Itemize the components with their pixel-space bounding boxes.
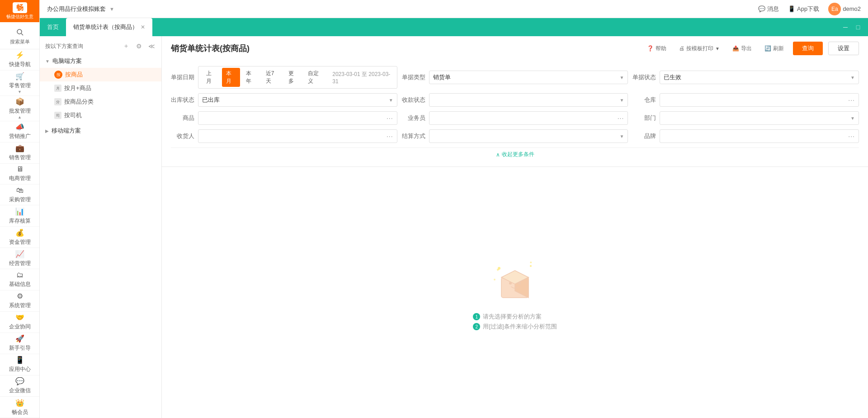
sidebar-item-inventory[interactable]: 📊 库存核算	[0, 205, 39, 227]
search-menu-label: 搜索菜单	[10, 38, 30, 45]
sidebar-item-base[interactable]: 🗂 基础信息	[0, 269, 39, 290]
out-status-control[interactable]: 已出库 ▼	[198, 93, 397, 107]
sidebar-item-quick-nav[interactable]: ⚡ 快捷导航	[0, 49, 39, 71]
doc-type-control[interactable]: 销货单 ▼	[429, 71, 628, 84]
settings-scheme-button[interactable]: ⚙	[134, 42, 143, 51]
help-button[interactable]: ❓ 帮助	[643, 43, 670, 54]
quick-nav-label: 快捷导航	[9, 61, 31, 68]
tab-close-button[interactable]: ✕	[141, 24, 145, 30]
sidebar-item-marketing[interactable]: 📣 营销推广	[0, 121, 39, 142]
sidebar-search-section: 搜索菜单	[0, 22, 39, 49]
sidebar-item-finance[interactable]: 💰 资金管理	[0, 227, 39, 248]
marketing-label: 营销推广	[9, 133, 31, 140]
message-icon: 💬	[758, 5, 765, 12]
goods-control[interactable]: ···	[198, 111, 397, 125]
search-menu-button[interactable]	[10, 26, 30, 38]
tree-item-by-month-goods[interactable]: 月 按月+商品	[40, 81, 161, 95]
filter-row-3: 商品 ··· 业务员 ··· 部门	[171, 111, 859, 125]
settings-button[interactable]: 设置	[828, 42, 859, 55]
receipt-status-control[interactable]: ▼	[429, 93, 628, 107]
date-range: 2023-03-01 至 2023-03-31	[332, 71, 393, 85]
svg-point-8	[530, 265, 532, 267]
tab-bar: 首页 销货单统计表（按商品） ✕ ─ □	[40, 18, 868, 36]
tab-sales-stats[interactable]: 销货单统计表（按商品） ✕	[66, 18, 152, 36]
date-tab-last-month[interactable]: 上月	[202, 68, 220, 87]
header-left: 办公用品行业模拟账套 ▼	[47, 5, 114, 13]
collapse-button[interactable]: ∧ 收起更多条件	[171, 147, 859, 161]
download-icon: 📱	[788, 5, 795, 12]
add-scheme-button[interactable]: ＋	[122, 42, 131, 51]
tree-group-mobile-arrow: ▶	[45, 128, 49, 133]
by-driver-label: 按司机	[64, 111, 82, 119]
tree-item-by-category[interactable]: 分 按商品分类	[40, 95, 161, 109]
wholesale-icon: 📦	[15, 97, 24, 106]
tree-group-pc-label: 电脑端方案	[52, 57, 82, 65]
top-header: 办公用品行业模拟账套 ▼ 💬 消息 📱 App下载 Ea demo2	[40, 0, 868, 18]
operations-label: 经营管理	[9, 260, 31, 267]
help-icon: ❓	[647, 45, 654, 52]
purchase-icon: 🛍	[16, 186, 24, 195]
sidebar-item-wholesale[interactable]: 📦 批发管理 ▲	[0, 96, 39, 121]
empty-tips: 1 请先选择要分析的方案 2 用[过滤]条件来缩小分析范围	[473, 313, 557, 332]
brand-control[interactable]: ···	[660, 129, 859, 143]
dept-control[interactable]: ▼	[660, 111, 859, 125]
date-tab-more[interactable]: 更多	[284, 68, 302, 87]
doc-type-value: 销货单	[433, 73, 620, 81]
sidebar-item-guide[interactable]: 🚀 新手引导	[0, 333, 39, 354]
messages-label: 消息	[767, 5, 779, 13]
tree-group-pc-header[interactable]: ▼ 电脑端方案	[40, 54, 161, 68]
filter-row-4: 收货人 ··· 结算方式 ▼ 品牌	[171, 129, 859, 143]
app-download-button[interactable]: 📱 App下载	[788, 5, 819, 13]
user-profile[interactable]: Ea demo2	[828, 3, 861, 15]
warehouse-filter-cell: 仓库 ···	[632, 93, 859, 107]
sidebar-item-member[interactable]: 👑 畅会员	[0, 397, 39, 418]
tree-group-pc: ▼ 电脑端方案 按 按商品 月 按月+商品 分 按商品分类 司 按司机	[40, 54, 161, 122]
svg-point-9	[494, 279, 495, 280]
sidebar-item-sales[interactable]: 💼 销售管理	[0, 142, 39, 164]
consignee-control[interactable]: ···	[198, 129, 397, 143]
main-content: 办公用品行业模拟账套 ▼ 💬 消息 📱 App下载 Ea demo2 首页	[40, 0, 868, 418]
sidebar-item-appcenter[interactable]: 📱 应用中心	[0, 354, 39, 375]
minimize-button[interactable]: ─	[841, 23, 850, 32]
doc-status-label: 单据状态	[632, 73, 660, 81]
sidebar-item-system[interactable]: ⚙ 系统管理	[0, 290, 39, 312]
date-tab-this-year[interactable]: 本年	[242, 68, 260, 87]
sidebar-item-ecommerce[interactable]: 🖥 电商管理	[0, 164, 39, 185]
tree-item-by-driver[interactable]: 司 按司机	[40, 109, 161, 122]
dept-label: 部门	[632, 114, 660, 122]
member-icon: 👑	[15, 399, 24, 407]
refresh-label: 刷新	[773, 45, 784, 52]
sidebar-item-wechat[interactable]: 💬 企业微信	[0, 375, 39, 397]
export-button[interactable]: 📤 导出	[729, 43, 755, 54]
empty-illustration: ✦ ✦	[488, 252, 542, 308]
date-tab-this-month[interactable]: 本月	[222, 68, 240, 87]
tree-group-mobile: ▶ 移动端方案	[40, 124, 161, 138]
system-label: 系统管理	[9, 302, 31, 309]
collapse-panel-button[interactable]: ≪	[147, 42, 156, 51]
industry-dropdown-arrow[interactable]: ▼	[109, 6, 114, 12]
date-tab-custom[interactable]: 自定义	[304, 68, 327, 87]
sidebar-item-operations[interactable]: 📈 经营管理	[0, 248, 39, 269]
finance-label: 资金管理	[9, 238, 31, 246]
refresh-button[interactable]: 🔄 刷新	[761, 43, 788, 54]
sidebar-item-purchase[interactable]: 🛍 采购管理	[0, 185, 39, 205]
date-tab-7days[interactable]: 近7天	[262, 68, 283, 87]
tab-home[interactable]: 首页	[40, 18, 66, 36]
wechat-icon: 💬	[15, 377, 24, 385]
sidebar-item-enterprise[interactable]: 🤝 企业协同	[0, 312, 39, 333]
tree-group-mobile-header[interactable]: ▶ 移动端方案	[40, 124, 161, 138]
page-title-row: 销货单统计表(按商品) ❓ 帮助 🖨 按模板打印 ▼ 📤	[171, 42, 859, 55]
template-print-button[interactable]: 🖨 按模板打印 ▼	[675, 43, 723, 54]
settlement-control[interactable]: ▼	[429, 129, 628, 143]
sidebar-item-retail[interactable]: 🛒 零售管理 ▼	[0, 71, 39, 96]
warehouse-control[interactable]: ···	[660, 93, 859, 107]
tree-item-by-goods[interactable]: 按 按商品	[40, 68, 161, 81]
print-dropdown-arrow: ▼	[715, 46, 720, 51]
salesman-control[interactable]: ···	[429, 111, 628, 125]
doc-status-control[interactable]: 已生效 ▼	[660, 71, 859, 84]
retail-label: 零售管理	[9, 82, 31, 90]
guide-icon: 🚀	[15, 334, 24, 343]
query-button[interactable]: 查询	[793, 42, 823, 55]
maximize-button[interactable]: □	[854, 23, 863, 32]
messages-button[interactable]: 💬 消息	[758, 5, 779, 13]
